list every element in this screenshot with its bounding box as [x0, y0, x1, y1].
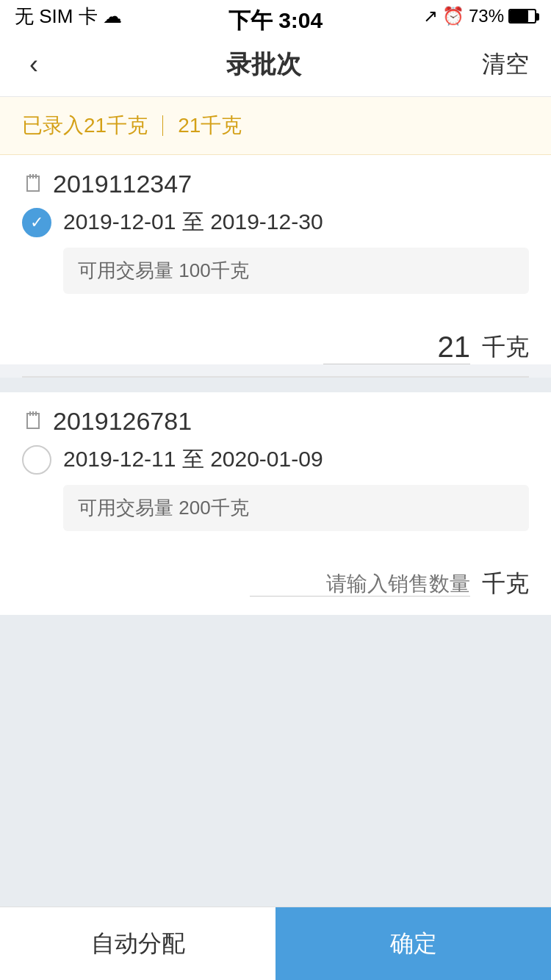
info-bar: 已录入21千克 21千克 — [0, 97, 551, 155]
radio-btn-1[interactable]: ✓ — [22, 208, 51, 237]
nav-bar: ‹ 录批次 清空 — [0, 32, 551, 97]
battery-icon — [508, 9, 536, 24]
page-title: 录批次 — [226, 48, 301, 82]
auto-distribute-button[interactable]: 自动分配 — [0, 907, 276, 980]
batch-date-2: 2019-12-11 至 2020-01-09 — [63, 444, 323, 475]
batch-id-2: 2019126781 — [53, 407, 192, 436]
batch-header-2: 🗒 2019126781 — [22, 407, 529, 436]
quantity-row-1: 千克 — [0, 316, 551, 364]
batch-id-1: 2019112347 — [53, 170, 192, 198]
recorded-label: 已录入21千克 — [22, 112, 148, 140]
batch-date-row-2: 2019-12-11 至 2020-01-09 — [22, 444, 529, 475]
alarm-icon: ⏰ — [442, 6, 464, 26]
clear-button[interactable]: 清空 — [482, 48, 529, 81]
batch-item-2: 🗒 2019126781 2019-12-11 至 2020-01-09 可用交… — [0, 392, 551, 553]
quantity-unit-1: 千克 — [482, 331, 529, 364]
gray-area — [0, 615, 551, 909]
batch-available-1: 可用交易量 100千克 — [63, 248, 529, 294]
bottom-bar: 自动分配 确定 — [0, 907, 551, 980]
batch-date-row-1: ✓ 2019-12-01 至 2019-12-30 — [22, 207, 529, 237]
batch-doc-icon-2: 🗒 — [22, 408, 46, 435]
batch-available-2: 可用交易量 200千克 — [63, 485, 529, 531]
status-right: ↗ ⏰ 73% — [423, 6, 536, 26]
quantity-unit-2: 千克 — [482, 568, 529, 600]
location-icon: ↗ — [423, 6, 438, 26]
batch-item-1: 🗒 2019112347 ✓ 2019-12-01 至 2019-12-30 可… — [0, 155, 551, 316]
confirm-button[interactable]: 确定 — [276, 907, 551, 980]
recorded-value: 21千克 — [178, 112, 242, 140]
batch-doc-icon-1: 🗒 — [22, 170, 46, 198]
batch-header-1: 🗒 2019112347 — [22, 170, 529, 198]
status-bar: 无 SIM 卡 ☁ 下午 3:04 ↗ ⏰ 73% — [0, 0, 551, 32]
back-button[interactable]: ‹ — [22, 42, 46, 87]
quantity-input-2[interactable] — [250, 572, 470, 597]
input-row-2: 千克 — [0, 553, 551, 615]
check-icon-1: ✓ — [30, 213, 43, 232]
status-time: 下午 3:04 — [228, 6, 323, 36]
section-divider — [0, 378, 551, 392]
battery-text: 73% — [469, 6, 504, 26]
quantity-input-1[interactable] — [323, 331, 470, 364]
info-divider — [162, 115, 163, 136]
no-sim-text: 无 SIM 卡 ☁ — [15, 4, 122, 29]
batch-date-1: 2019-12-01 至 2019-12-30 — [63, 207, 323, 237]
status-left: 无 SIM 卡 ☁ — [15, 4, 122, 29]
radio-btn-2[interactable] — [22, 445, 51, 475]
